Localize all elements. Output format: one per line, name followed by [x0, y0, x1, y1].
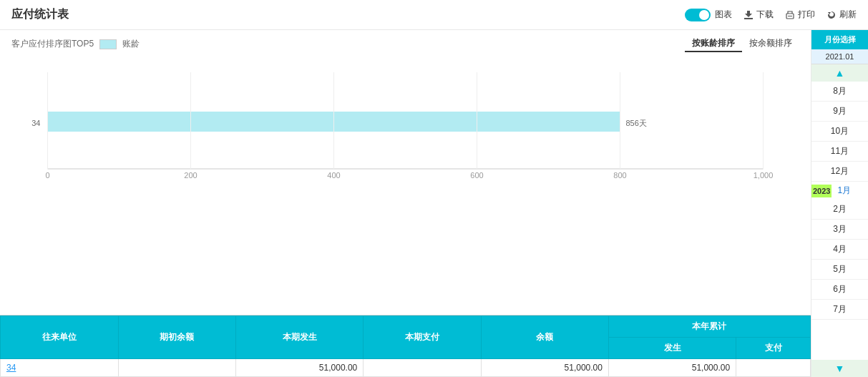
month-item-2[interactable]: 2月 [811, 200, 868, 220]
print-icon [785, 10, 795, 20]
td-ytd-pay [736, 359, 811, 377]
svg-rect-0 [744, 18, 753, 19]
month-item-3[interactable]: 3月 [811, 220, 868, 240]
chart-legend: 客户应付排序图TOP5 账龄 [11, 38, 140, 50]
th-payment: 本期支付 [364, 316, 482, 359]
app-container: 应付统计表 图表 下载 打印 刷新 [0, 0, 868, 377]
table-row: 34 51,000.00 51,000.00 51,000.00 [1, 359, 811, 377]
refresh-icon [826, 10, 837, 20]
month-item-5[interactable]: 5月 [811, 260, 868, 280]
sidebar-down-button[interactable]: ▼ [811, 360, 868, 377]
main-content: 客户应付排序图TOP5 账龄 按账龄排序 按余额排序 34 856天 [0, 30, 868, 377]
svg-text:400: 400 [327, 171, 340, 180]
month-item-10[interactable]: 10月 [811, 122, 868, 142]
svg-marker-3 [828, 12, 831, 14]
data-table: 往来单位 期初余额 本期发生 本期支付 余额 本年累计 发生 支付 [0, 315, 811, 377]
th-ytd: 本年累计 [608, 316, 810, 338]
year-2023-label: 2023 [811, 185, 832, 197]
download-label: 下载 [756, 9, 774, 21]
legend-text: 客户应付排序图TOP5 [11, 38, 94, 50]
legend-box-label: 账龄 [122, 38, 140, 50]
download-icon [743, 10, 754, 20]
chart-toggle-wrap: 图表 [685, 9, 732, 21]
td-payment [364, 359, 482, 377]
td-opening [118, 359, 236, 377]
chart-wrap: 34 856天 0 200 400 600 800 1,000 [0, 58, 811, 315]
table-section: 往来单位 期初余额 本期发生 本期支付 余额 本年累计 发生 支付 [0, 315, 811, 377]
month-item-8[interactable]: 8月 [811, 82, 868, 102]
svg-text:200: 200 [184, 171, 197, 180]
chart-section: 客户应付排序图TOP5 账龄 按账龄排序 按余额排序 34 856天 [0, 30, 811, 377]
right-sidebar: 月份选择 2021.01 ▲ 8月 9月 10月 11月 12月 2023 1月… [811, 30, 868, 377]
page-title: 应付统计表 [11, 7, 69, 22]
svg-text:0: 0 [45, 171, 49, 180]
svg-text:600: 600 [470, 171, 483, 180]
month-item-7[interactable]: 7月 [811, 300, 868, 320]
th-ytd-pay: 支付 [736, 338, 811, 359]
month-item-1[interactable]: 1月 [832, 182, 868, 200]
refresh-button[interactable]: 刷新 [826, 9, 857, 21]
th-balance: 余额 [481, 316, 608, 359]
month-item-12[interactable]: 12月 [811, 162, 868, 182]
th-current: 本期发生 [236, 316, 364, 359]
bar-chart: 34 856天 0 200 400 600 800 1,000 [11, 58, 799, 187]
bar-end-label: 856天 [626, 119, 647, 127]
sidebar-month-list: 8月 9月 10月 11月 12月 2023 1月 2月 3月 4月 5月 6月… [811, 82, 868, 360]
sort-tabs: 按账龄排序 按余额排序 [685, 36, 799, 52]
bar-y-label: 34 [31, 119, 40, 127]
download-button[interactable]: 下载 [743, 9, 774, 21]
vendor-link[interactable]: 34 [6, 363, 16, 373]
th-ytd-occur: 发生 [608, 338, 736, 359]
th-opening: 期初余额 [118, 316, 236, 359]
svg-rect-2 [788, 16, 792, 16]
chart-header: 客户应付排序图TOP5 账龄 按账龄排序 按余额排序 [0, 30, 811, 58]
year-2023-row: 2023 1月 [811, 182, 868, 200]
svg-text:1,000: 1,000 [754, 171, 774, 180]
month-item-6[interactable]: 6月 [811, 280, 868, 300]
sidebar-current-month: 2021.01 [811, 49, 868, 64]
td-ytd-occur: 51,000.00 [608, 359, 736, 377]
chart-toggle[interactable] [685, 9, 711, 21]
legend-box [99, 39, 117, 49]
td-balance: 51,000.00 [481, 359, 608, 377]
print-label: 打印 [798, 9, 815, 21]
svg-text:800: 800 [613, 171, 626, 180]
sort-tab-balance[interactable]: 按余额排序 [742, 36, 799, 52]
td-current: 51,000.00 [236, 359, 364, 377]
sort-tab-age[interactable]: 按账龄排序 [685, 36, 742, 52]
refresh-label: 刷新 [839, 9, 857, 21]
header: 应付统计表 图表 下载 打印 刷新 [0, 0, 868, 30]
toggle-label: 图表 [715, 9, 732, 21]
month-item-9[interactable]: 9月 [811, 102, 868, 122]
month-item-4[interactable]: 4月 [811, 240, 868, 260]
sidebar-title: 月份选择 [811, 30, 868, 49]
th-vendor: 往来单位 [1, 316, 119, 359]
print-button[interactable]: 打印 [785, 9, 815, 21]
sidebar-up-button[interactable]: ▲ [811, 64, 868, 82]
month-item-11[interactable]: 11月 [811, 142, 868, 162]
header-actions: 图表 下载 打印 刷新 [685, 9, 857, 21]
td-vendor: 34 [1, 359, 119, 377]
